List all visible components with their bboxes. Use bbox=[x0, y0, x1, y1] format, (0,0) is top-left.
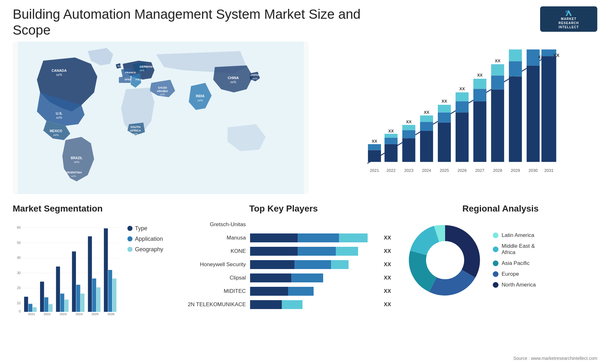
bar-chart-svg: XX 2021 XX 2022 XX 2023 XX 2024 bbox=[322, 48, 591, 178]
legend-label-europe: Europe bbox=[502, 271, 519, 277]
svg-text:2025: 2025 bbox=[92, 312, 98, 316]
svg-rect-69 bbox=[491, 75, 504, 89]
legend-label-type: Type bbox=[135, 225, 147, 232]
svg-rect-58 bbox=[456, 112, 469, 162]
player-bar-honeywell bbox=[249, 260, 378, 269]
svg-rect-68 bbox=[491, 89, 504, 162]
svg-rect-65 bbox=[473, 79, 486, 89]
player-name-gretsch: Gretsch-Unitas bbox=[176, 221, 246, 228]
player-value-miditec: XX bbox=[384, 288, 391, 294]
svg-text:10: 10 bbox=[17, 301, 21, 305]
svg-rect-120 bbox=[104, 228, 108, 312]
svg-text:2028: 2028 bbox=[493, 168, 502, 172]
legend-dot-europe bbox=[493, 271, 498, 277]
legend-type: Type bbox=[127, 225, 163, 232]
player-bar-kone bbox=[249, 247, 378, 256]
svg-text:2027: 2027 bbox=[475, 168, 485, 172]
svg-rect-63 bbox=[473, 101, 486, 162]
svg-text:AFRICA: AFRICA bbox=[130, 129, 141, 132]
svg-text:2023: 2023 bbox=[404, 168, 414, 172]
legend-europe: Europe bbox=[493, 271, 536, 277]
donut-chart bbox=[404, 219, 486, 301]
svg-text:30: 30 bbox=[17, 271, 21, 275]
legend-dot-geography bbox=[127, 247, 132, 252]
player-name-miditec: MIDITEC bbox=[176, 288, 246, 294]
svg-text:MEXICO: MEXICO bbox=[50, 129, 62, 133]
svg-text:xx%: xx% bbox=[56, 116, 62, 119]
svg-text:xx%: xx% bbox=[133, 132, 138, 135]
svg-rect-116 bbox=[88, 236, 92, 312]
svg-text:SOUTH: SOUTH bbox=[130, 125, 140, 129]
regional-content: Latin America Middle East &Africa Asia P… bbox=[404, 219, 597, 301]
legend-dot-middle-east bbox=[493, 246, 498, 252]
svg-text:XX: XX bbox=[406, 119, 412, 124]
svg-text:2022: 2022 bbox=[387, 168, 396, 172]
svg-text:60: 60 bbox=[17, 226, 21, 229]
svg-rect-126 bbox=[339, 233, 368, 242]
svg-text:CHINA: CHINA bbox=[228, 76, 239, 80]
segmentation-svg: 60 50 40 30 20 10 0 bbox=[13, 219, 121, 320]
svg-text:2026: 2026 bbox=[107, 312, 114, 316]
svg-rect-133 bbox=[250, 273, 291, 282]
legend-dot-latin-america bbox=[493, 233, 498, 238]
svg-rect-34 bbox=[368, 150, 381, 162]
svg-rect-74 bbox=[509, 61, 522, 77]
regional-section: Regional Analysis bbox=[404, 200, 597, 347]
svg-rect-112 bbox=[72, 251, 76, 312]
source-text: Source : www.marketresearchintellect.com bbox=[513, 356, 597, 361]
legend-application: Application bbox=[127, 236, 163, 242]
svg-rect-54 bbox=[438, 112, 451, 123]
svg-text:SAUDI: SAUDI bbox=[158, 86, 167, 89]
svg-rect-127 bbox=[250, 247, 298, 256]
legend-dot-north-america bbox=[493, 282, 498, 288]
svg-text:xx%: xx% bbox=[160, 93, 165, 96]
svg-text:2030: 2030 bbox=[529, 168, 538, 172]
svg-rect-105 bbox=[44, 297, 49, 312]
svg-rect-45 bbox=[403, 125, 416, 130]
legend-north-america: North America bbox=[493, 282, 536, 288]
svg-text:XX: XX bbox=[388, 128, 394, 133]
svg-text:2024: 2024 bbox=[76, 312, 83, 316]
header: Building Automation Management System Ma… bbox=[13, 6, 597, 38]
map-svg: CANADA xx% U.S. xx% MEXICO xx% BRAZIL xx… bbox=[13, 42, 309, 194]
top-section: CANADA xx% U.S. xx% MEXICO xx% BRAZIL xx… bbox=[13, 42, 597, 194]
svg-rect-114 bbox=[80, 293, 85, 312]
logo-text: MARKETRESEARCHINTELLECT bbox=[559, 17, 579, 29]
svg-rect-73 bbox=[509, 76, 522, 162]
legend-label-application: Application bbox=[135, 236, 163, 242]
player-row-gretsch: Gretsch-Unitas bbox=[176, 220, 391, 229]
regional-legend: Latin America Middle East &Africa Asia P… bbox=[493, 232, 536, 288]
svg-rect-110 bbox=[64, 300, 69, 312]
svg-rect-117 bbox=[92, 279, 96, 312]
svg-text:INDIA: INDIA bbox=[196, 94, 205, 98]
svg-text:XX: XX bbox=[424, 110, 430, 115]
svg-rect-125 bbox=[298, 233, 339, 242]
svg-rect-134 bbox=[291, 273, 323, 282]
players-title: Top Key Players bbox=[176, 204, 391, 214]
svg-rect-135 bbox=[250, 287, 288, 296]
svg-text:ARABIA: ARABIA bbox=[157, 90, 168, 93]
svg-text:xx%: xx% bbox=[53, 133, 59, 137]
svg-rect-128 bbox=[298, 247, 336, 256]
svg-rect-102 bbox=[33, 307, 37, 312]
svg-rect-79 bbox=[527, 49, 540, 65]
legend-asia-pacific: Asia Pacific bbox=[493, 260, 536, 266]
player-name-2n: 2N TELEKOMUNIKACE bbox=[176, 301, 246, 308]
svg-rect-131 bbox=[295, 260, 331, 269]
svg-text:2022: 2022 bbox=[44, 312, 51, 316]
svg-rect-49 bbox=[420, 122, 433, 131]
svg-rect-136 bbox=[288, 287, 314, 296]
svg-rect-53 bbox=[438, 123, 451, 162]
svg-rect-129 bbox=[336, 247, 358, 256]
svg-text:0: 0 bbox=[19, 309, 21, 313]
page-title: Building Automation Management System Ma… bbox=[13, 6, 362, 38]
svg-point-139 bbox=[426, 241, 464, 279]
svg-text:JAPAN: JAPAN bbox=[250, 73, 260, 77]
player-value-2n: XX bbox=[384, 301, 391, 308]
svg-text:XX: XX bbox=[477, 73, 483, 78]
svg-rect-121 bbox=[108, 270, 112, 312]
svg-text:XX: XX bbox=[553, 53, 559, 58]
svg-rect-113 bbox=[76, 285, 80, 312]
svg-rect-75 bbox=[509, 49, 522, 61]
svg-text:GERMANY: GERMANY bbox=[139, 65, 154, 68]
